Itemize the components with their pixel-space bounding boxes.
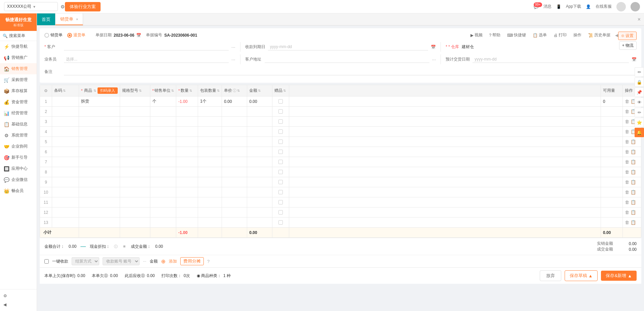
gift-checkbox-9[interactable] bbox=[278, 190, 283, 194]
logistics-btn[interactable]: + 物流 bbox=[619, 41, 637, 50]
trial-btn[interactable]: 体验行业方案 bbox=[65, 2, 101, 11]
cell-barcode-4[interactable] bbox=[52, 137, 79, 147]
cell-product-6[interactable] bbox=[79, 157, 120, 167]
cell-qty-4[interactable] bbox=[176, 137, 198, 147]
delete-icon-2[interactable]: 🗑 bbox=[625, 119, 629, 124]
cell-barcode-5[interactable] bbox=[52, 147, 79, 157]
cell-unit-6[interactable] bbox=[150, 157, 176, 167]
sidebar-item-sales[interactable]: 🏠 销售管理 bbox=[0, 63, 37, 74]
cell-qty-8[interactable] bbox=[176, 177, 198, 187]
company-selector[interactable]: XXXXXX公司 ▾ bbox=[4, 2, 58, 11]
delete-icon-0[interactable]: 🗑 bbox=[625, 99, 629, 104]
shortcut-btn[interactable]: ⌨ 快捷键 bbox=[505, 32, 528, 39]
cell-barcode-9[interactable] bbox=[52, 187, 79, 197]
cell-pack-8[interactable] bbox=[198, 177, 222, 187]
sidebar-item-inventory[interactable]: 📦 库存核算 bbox=[0, 85, 37, 96]
cell-product-1[interactable] bbox=[79, 107, 120, 117]
rfloat-pin-icon[interactable]: 📌 bbox=[635, 87, 644, 97]
sidebar-item-wechat[interactable]: 💬 企业微信 bbox=[0, 174, 37, 185]
cell-qty-7[interactable] bbox=[176, 167, 198, 177]
sidebar-item-app-center[interactable]: 🔲 应用中心 bbox=[0, 163, 37, 174]
cell-spec-9[interactable] bbox=[120, 187, 150, 197]
cell-gift-1[interactable] bbox=[272, 107, 289, 117]
copy-icon-9[interactable]: 📋 bbox=[631, 190, 636, 195]
cell-qty-3[interactable] bbox=[176, 127, 198, 137]
cell-amount-10[interactable] bbox=[247, 197, 272, 207]
cell-price-4[interactable] bbox=[222, 137, 247, 147]
sidebar-item-system[interactable]: ⚙ 系统管理 bbox=[0, 130, 37, 141]
cell-amount-1[interactable] bbox=[247, 107, 272, 117]
salesperson-more-icon[interactable]: ··· bbox=[231, 57, 235, 62]
cell-pack-1[interactable] bbox=[198, 107, 222, 117]
cell-barcode-10[interactable] bbox=[52, 197, 79, 207]
cell-note-1[interactable] bbox=[289, 107, 601, 117]
cell-price-5[interactable] bbox=[222, 147, 247, 157]
cell-note-6[interactable] bbox=[289, 157, 601, 167]
sort-spec[interactable]: ⇅ bbox=[139, 89, 142, 92]
cell-price-3[interactable] bbox=[222, 127, 247, 137]
sidebar-item-collab[interactable]: 🤝 企业协同 bbox=[0, 141, 37, 152]
cell-note-2[interactable] bbox=[289, 117, 601, 127]
cell-price-9[interactable] bbox=[222, 187, 247, 197]
cell-price-11[interactable] bbox=[222, 207, 247, 218]
amount-dots-icon[interactable]: ··· bbox=[143, 259, 146, 264]
sidebar-settings-btn[interactable]: ⚙ bbox=[0, 291, 37, 300]
cell-pack-11[interactable] bbox=[198, 207, 222, 218]
delete-icon-8[interactable]: 🗑 bbox=[625, 180, 629, 185]
gift-checkbox-11[interactable] bbox=[278, 210, 283, 215]
cell-price-0[interactable]: 0.00 bbox=[222, 96, 247, 107]
cell-unit-10[interactable] bbox=[150, 197, 176, 207]
sort-gift[interactable]: ⇅ bbox=[283, 89, 286, 92]
cell-amount-5[interactable] bbox=[247, 147, 272, 157]
one-click-checkbox[interactable] bbox=[44, 259, 49, 264]
add-circle-icon[interactable]: ⊕ bbox=[161, 258, 165, 265]
cell-note-0[interactable] bbox=[289, 96, 601, 107]
cell-product-9[interactable] bbox=[79, 187, 120, 197]
cell-gift-0[interactable] bbox=[272, 96, 289, 107]
cell-barcode-3[interactable] bbox=[52, 127, 79, 137]
cell-price-12[interactable] bbox=[222, 218, 247, 228]
salesperson-input[interactable] bbox=[64, 56, 229, 63]
cell-barcode-0[interactable] bbox=[52, 96, 79, 107]
notes-input[interactable] bbox=[64, 68, 637, 75]
cell-qty-9[interactable] bbox=[176, 187, 198, 197]
cell-qty-1[interactable] bbox=[176, 107, 198, 117]
customer-addr-input[interactable] bbox=[265, 56, 429, 63]
sort-amount[interactable]: ⇅ bbox=[258, 89, 261, 92]
delete-icon-5[interactable]: 🗑 bbox=[625, 149, 629, 154]
sidebar-item-quick-nav[interactable]: ⚡ 快捷导航 bbox=[0, 41, 37, 52]
cell-barcode-1[interactable] bbox=[52, 107, 79, 117]
cell-unit-8[interactable] bbox=[150, 177, 176, 187]
cell-note-11[interactable] bbox=[289, 207, 601, 218]
gift-checkbox-4[interactable] bbox=[278, 140, 283, 144]
cell-note-10[interactable] bbox=[289, 197, 601, 207]
cell-note-9[interactable] bbox=[289, 187, 601, 197]
cell-pack-10[interactable] bbox=[198, 197, 222, 207]
cell-barcode-6[interactable] bbox=[52, 157, 79, 167]
gift-checkbox-12[interactable] bbox=[278, 220, 283, 225]
price-info-icon[interactable]: ⓘ bbox=[233, 88, 236, 93]
help-btn[interactable]: ? 帮助 bbox=[487, 32, 503, 39]
cell-barcode-12[interactable] bbox=[52, 218, 79, 228]
cell-amount-3[interactable] bbox=[247, 127, 272, 137]
cell-price-2[interactable] bbox=[222, 117, 247, 127]
video-btn[interactable]: ▶ 视频 bbox=[468, 32, 485, 39]
delete-icon-4[interactable]: 🗑 bbox=[625, 139, 629, 144]
cell-note-8[interactable] bbox=[289, 177, 601, 187]
customer-input[interactable] bbox=[64, 43, 229, 50]
gift-checkbox-3[interactable] bbox=[278, 129, 283, 134]
sidebar-search[interactable]: 🔍 搜索菜单 bbox=[0, 31, 37, 41]
sidebar-item-guide[interactable]: 🎯 新手引导 bbox=[0, 152, 37, 163]
cell-gift-10[interactable] bbox=[272, 197, 289, 207]
cell-amount-8[interactable] bbox=[247, 177, 272, 187]
gift-checkbox-0[interactable] bbox=[278, 99, 283, 104]
due-date-input[interactable] bbox=[268, 43, 428, 50]
cell-price-7[interactable] bbox=[222, 167, 247, 177]
tab-sales-order[interactable]: 销货单 × bbox=[55, 13, 83, 25]
print-btn[interactable]: 🖨 打印 bbox=[552, 32, 569, 39]
cell-pack-2[interactable] bbox=[198, 117, 222, 127]
delete-icon-7[interactable]: 🗑 bbox=[625, 169, 629, 174]
sort-barcode[interactable]: ⇅ bbox=[63, 89, 66, 92]
setting-btn[interactable]: ⊙ 设置 bbox=[618, 32, 637, 40]
tab-home[interactable]: 首页 bbox=[37, 13, 55, 25]
